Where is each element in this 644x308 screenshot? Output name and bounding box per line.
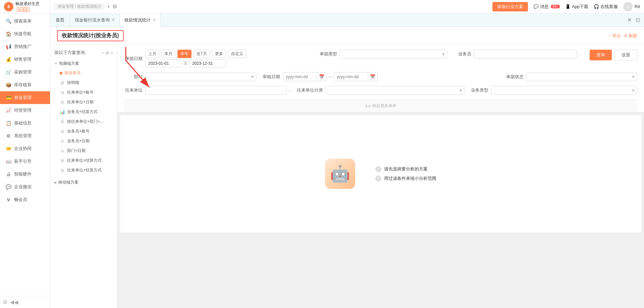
logo-text: 畅捷通好生意 (15, 1, 40, 7)
user-avatar[interactable]: R Rit (623, 2, 640, 11)
counterpart-category-select[interactable] (326, 86, 464, 95)
trial-button[interactable]: 体验行业方案 (492, 2, 528, 11)
settings-icon[interactable]: ⚙ (112, 3, 117, 10)
counterpart-settlement2-icon: ⊟ (60, 168, 65, 173)
date-to-input[interactable] (189, 59, 226, 67)
scheme-desktop-toggle[interactable]: ▼ 电脑端方案 (50, 59, 117, 68)
query-button[interactable]: 查询 (590, 50, 612, 60)
basic-info-icon: 📋 (5, 120, 11, 126)
export-button[interactable]: ↑ 导出 (609, 33, 621, 39)
settings-button[interactable]: 设置 (614, 50, 637, 60)
sidebar-item-quick-nav[interactable]: 🏠 快捷导航 (0, 28, 50, 40)
scheme-collapse-icon[interactable]: « (111, 50, 113, 55)
biz-type-select[interactable] (491, 86, 637, 95)
review-date-from-cal-icon[interactable]: 📅 (317, 72, 326, 81)
scheme-item-by-detail[interactable]: ⊞ 按明细 (50, 78, 117, 88)
system-icon: ⚙ (5, 133, 11, 139)
sidebar-item-enterprise[interactable]: 🤝 企业协同 (0, 142, 50, 155)
tab-collection-stat[interactable]: 收款情况统计 ✕ (120, 13, 161, 27)
refresh-button[interactable]: ↺ 刷新 (624, 33, 637, 39)
scheme-item-dept-date[interactable]: ⊙ 部门+日期 (50, 146, 117, 156)
salesperson-input[interactable] (474, 50, 577, 58)
scheme-mobile-toggle[interactable]: ▶ 移动端方案 (50, 178, 117, 187)
active-indicator (60, 72, 62, 74)
scheme-item-by-counterpart-dept[interactable]: ⊟ 按往来单位+部门+收... (50, 117, 117, 126)
sidebar-item-label: 搜索菜单 (14, 18, 32, 24)
scheme-item-salesperson-settlement[interactable]: 📊 业务员+结算方式 (50, 107, 117, 117)
date-btn-last-month[interactable]: 上月 (145, 50, 159, 58)
messages-label: 消息 (540, 4, 549, 10)
page-header: 收款情况统计(按业务员) ↑ 导出 ↺ 刷新 (50, 27, 644, 45)
settings-bottom-icon[interactable]: ⚙ (3, 299, 7, 305)
sidebar-item-purchase[interactable]: 🛒 采购管理 (0, 66, 50, 79)
doc-status-select[interactable] (526, 72, 637, 81)
tab-home[interactable]: 首页 (50, 13, 70, 27)
messages-count: 99+ (551, 5, 560, 8)
step1-label: 请先选择要分析的方案 (384, 166, 428, 172)
sidebar-item-label: 经营管理 (14, 107, 32, 113)
sidebar-item-label: 系统管理 (14, 133, 32, 139)
sidebar-item-inventory[interactable]: 📦 库存核算 (0, 79, 50, 91)
date-btn-last-7-days[interactable]: 近7天 (194, 50, 210, 58)
review-date-from-input[interactable] (283, 73, 317, 81)
tab-bank-flow-label: 现金银行流水查询 (75, 17, 110, 23)
scheme-item-label: 往来单位+账号 (67, 90, 94, 95)
close-bank-flow-icon[interactable]: ✕ (112, 18, 115, 22)
doc-type-select[interactable] (340, 50, 447, 58)
detail-icon: ⊞ (60, 80, 65, 86)
scheme-item-label: 往来单位+日期 (67, 99, 94, 105)
date-btn-custom[interactable]: 自定义 (228, 50, 246, 58)
scheme-item-salesperson-date[interactable]: ⊙ 业务员+日期 (50, 136, 117, 146)
scheme-item-label: 业务员+日期 (67, 138, 90, 144)
scheme-panel-title: 按以下方案查询 (54, 50, 85, 56)
date-btn-this-year[interactable]: 本年 (177, 50, 192, 58)
logo-edition: 标准版 (17, 7, 30, 12)
review-date-label: 审核日期 (262, 74, 280, 80)
maximize-icon[interactable]: ⊡ (634, 15, 641, 24)
scheme-item-counterpart-settlement2[interactable]: ⊟ 往来单位+结算方式 (50, 165, 117, 175)
collapse-filter-bar[interactable]: ∧∧ 收起更多条件 (124, 99, 637, 112)
sidebar-item-basic-info[interactable]: 📋 基础信息 (0, 117, 50, 130)
date-btn-this-month[interactable]: 本月 (161, 50, 175, 58)
scheme-item-label: 业务员+账号 (67, 129, 90, 134)
sidebar-item-hardware[interactable]: 🖨 智能硬件 (0, 168, 50, 181)
online-service-button[interactable]: 🎧 在线客服 (594, 4, 618, 10)
dept-select[interactable] (145, 72, 256, 81)
scheme-item-counterpart-settlement1[interactable]: ⊞ 往来单位+结算方式 (50, 156, 117, 165)
scheme-item-counterpart-date[interactable]: ⊟ 往来单位+日期 (50, 97, 117, 107)
date-from-input[interactable] (145, 59, 182, 67)
collapse-sidebar-icon[interactable]: ◀◀ (10, 299, 18, 305)
sidebar-item-search-menu[interactable]: 🔍 搜索菜单 (0, 15, 50, 28)
counterpart-more-icon[interactable]: ··· (288, 88, 291, 93)
sidebar-item-member[interactable]: V 畅会员 (0, 193, 50, 206)
sidebar-item-marketing[interactable]: 📢 营销推广 (0, 40, 50, 53)
sidebar-item-sales[interactable]: 💰 销售管理 (0, 53, 50, 66)
review-date-to-input[interactable] (334, 73, 368, 81)
sidebar-item-system[interactable]: ⚙ 系统管理 (0, 130, 50, 142)
scheme-item-counterpart-account[interactable]: ⊟ 往来单位+账号 (50, 88, 117, 97)
finance-icon: 💳 (5, 95, 11, 101)
counterpart-input[interactable] (145, 86, 286, 95)
review-date-to-cal-icon[interactable]: 📅 (368, 72, 377, 81)
date-btn-more[interactable]: 更多 (212, 50, 226, 58)
app-download-button[interactable]: 📱 App下载 (565, 4, 588, 10)
sidebar-item-finance[interactable]: 💳 资金管理 (0, 91, 50, 104)
scheme-add-icon[interactable]: + (101, 50, 104, 55)
scheme-item-salesperson-account[interactable]: ⊟ 业务员+账号 (50, 126, 117, 136)
sidebar-item-operations[interactable]: 📈 经营管理 (0, 104, 50, 117)
operations-icon: 📈 (5, 107, 11, 113)
sidebar-item-guide[interactable]: 📖 新手引导 (0, 155, 50, 168)
dropdown-icon[interactable]: ▾ (107, 4, 110, 9)
salesperson-more-icon[interactable]: ··· (578, 52, 582, 57)
messages-button[interactable]: 💬 消息 99+ (533, 4, 560, 10)
sidebar-item-label: 销售管理 (14, 56, 32, 62)
scheme-item-label: 业务员+结算方式 (67, 109, 98, 115)
scheme-item-label: 往来单位+结算方式 (67, 167, 102, 173)
sidebar-item-wechat[interactable]: 💬 企业微信 (0, 181, 50, 193)
scheme-item-by-salesperson[interactable]: 按业务员 (50, 68, 117, 78)
close-collection-stat-icon[interactable]: ✕ (153, 18, 156, 22)
close-all-tabs-icon[interactable]: ✕ (626, 15, 633, 24)
scheme-settings-icon[interactable]: ⚙ (105, 50, 109, 55)
tab-bank-flow[interactable]: 现金银行流水查询 ✕ (70, 13, 120, 27)
mobile-section-label: 移动端方案 (58, 179, 78, 185)
